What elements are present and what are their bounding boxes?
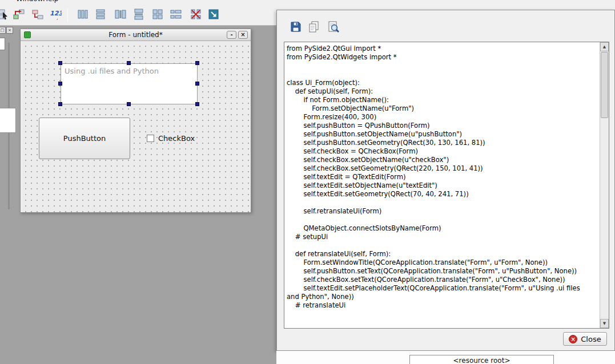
- code-line: self.retranslateUi(Form): [287, 207, 600, 216]
- scroll-down-arrow[interactable]: ▼: [600, 319, 609, 328]
- copy-button[interactable]: [306, 19, 322, 35]
- layout-splitter-vertical-icon: [132, 8, 145, 21]
- edit-tab-order-icon: 123,: [49, 8, 62, 21]
- code-line: Form.resize(400, 300): [287, 113, 600, 122]
- menu-help[interactable]: Help: [43, 0, 58, 3]
- form-canvas[interactable]: Using .ui files and Python PushButton Ch…: [21, 41, 251, 212]
- code-text: from PySide2.QtGui import *from PySide2.…: [284, 42, 600, 328]
- dialog-close-button[interactable]: × Close: [563, 332, 607, 346]
- dock-close-button[interactable]: ×: [6, 27, 13, 34]
- code-line: from PySide2.QtGui import *: [287, 45, 600, 53]
- checkbox-label: CheckBox: [158, 134, 195, 143]
- code-line: QMetaObject.connectSlotsByName(Form): [287, 224, 600, 233]
- svg-text:123: 123: [50, 10, 62, 17]
- scroll-up-arrow[interactable]: ▲: [600, 42, 609, 51]
- selection-handle[interactable]: [195, 61, 199, 65]
- copy-icon: [307, 20, 321, 35]
- code-line: def retranslateUi(self, Form):: [287, 250, 600, 258]
- edit-widgets-icon: [0, 8, 9, 21]
- code-line: [287, 62, 600, 70]
- layout-horizontal-icon: [77, 8, 89, 21]
- form-window: Form - untitled* - × Using .ui files and…: [20, 29, 251, 213]
- break-layout-icon: [190, 8, 202, 21]
- save-button[interactable]: [288, 19, 304, 35]
- code-area[interactable]: from PySide2.QtGui import *from PySide2.…: [284, 42, 609, 329]
- code-line: self.textEdit.setGeometry(QRect(70, 40, …: [287, 190, 600, 199]
- selection-handle[interactable]: [127, 102, 131, 106]
- resource-root-item[interactable]: <resource root>: [409, 355, 554, 364]
- form-window-title: Form - untitled*: [21, 31, 251, 39]
- break-layout-button[interactable]: [188, 6, 204, 22]
- code-line: Form.setWindowTitle(QCoreApplication.tra…: [287, 258, 600, 267]
- selection-handle[interactable]: [195, 102, 199, 106]
- layout-form-icon: [170, 8, 182, 21]
- code-line: self.textEdit.setPlaceholderText(QCoreAp…: [287, 284, 600, 293]
- code-line: self.pushButton.setText(QCoreApplication…: [287, 267, 600, 276]
- minimize-button[interactable]: -: [227, 31, 236, 39]
- edit-widgets-button[interactable]: [0, 6, 11, 22]
- layout-horizontal-button[interactable]: [75, 6, 91, 22]
- code-line: self.pushButton = QPushButton(Form): [287, 122, 600, 130]
- layout-grid-icon: [151, 8, 164, 21]
- layout-vertical-icon: [94, 8, 107, 21]
- bottom-panel: <resource root>: [276, 351, 615, 364]
- adjust-size-button[interactable]: [206, 6, 222, 22]
- code-line: Form.setObjectName(u"Form"): [287, 104, 600, 113]
- layout-vertical-button[interactable]: [93, 6, 108, 22]
- selection-handle[interactable]: [58, 61, 62, 65]
- pushbutton-widget[interactable]: PushButton: [39, 118, 130, 159]
- code-line: self.pushButton.setObjectName(u"pushButt…: [287, 130, 600, 139]
- close-circle-icon: ×: [569, 335, 577, 343]
- save-icon: [289, 20, 303, 35]
- textedit-widget[interactable]: Using .ui files and Python: [61, 63, 198, 104]
- menubar: Window Help: [0, 0, 615, 4]
- find-button[interactable]: [325, 19, 341, 35]
- layout-splitter-horizontal-button[interactable]: [112, 6, 128, 22]
- code-line: and Python", None)): [287, 293, 600, 301]
- code-line: self.checkBox.setGeometry(QRect(220, 150…: [287, 164, 600, 173]
- layout-splitter-horizontal-icon: [114, 8, 127, 21]
- code-line: # setupUi: [287, 233, 600, 241]
- code-line: self.checkBox.setText(QCoreApplication.t…: [287, 276, 600, 284]
- menu-window[interactable]: Window: [16, 0, 43, 3]
- code-line: if not Form.objectName():: [287, 96, 600, 104]
- selection-handle[interactable]: [127, 61, 131, 65]
- edit-tab-order-button[interactable]: 123,: [47, 6, 63, 22]
- edit-signals-slots-button[interactable]: [11, 6, 27, 22]
- code-line: class Ui_Form(object):: [287, 79, 600, 87]
- dock-restore-button[interactable]: □: [0, 27, 6, 34]
- code-line: from PySide2.QtWidgets import *: [287, 53, 600, 62]
- code-preview-dialog: from PySide2.QtGui import *from PySide2.…: [276, 10, 615, 351]
- edit-buddies-button[interactable]: [30, 6, 46, 22]
- scrollbar-thumb[interactable]: [601, 52, 608, 118]
- code-line: # retranslateUi: [287, 301, 600, 310]
- left-panel-fragment: [0, 38, 5, 50]
- code-line: [287, 241, 600, 250]
- toolbar-separator: [67, 8, 68, 22]
- code-line: self.textEdit.setObjectName(u"textEdit"): [287, 181, 600, 190]
- layout-splitter-vertical-button[interactable]: [131, 6, 147, 22]
- form-titlebar[interactable]: Form - untitled* - ×: [21, 29, 251, 41]
- textedit-placeholder: Using .ui files and Python: [65, 67, 197, 75]
- code-line: [287, 70, 600, 79]
- edit-buddies-icon: [31, 8, 44, 21]
- code-scrollbar[interactable]: ▲ ▼: [600, 42, 609, 328]
- checkbox-widget[interactable]: CheckBox: [147, 134, 195, 143]
- selection-handle[interactable]: [58, 102, 62, 106]
- selection-handle[interactable]: [58, 82, 62, 86]
- code-line: [287, 199, 600, 207]
- dock-close-icon: ×: [8, 28, 11, 33]
- window-close-button[interactable]: ×: [238, 31, 248, 39]
- close-button-label: Close: [581, 335, 601, 343]
- adjust-size-icon: [207, 8, 220, 21]
- left-list-fragment: [0, 108, 16, 133]
- code-line: def setupUi(self, Form):: [287, 87, 600, 96]
- dock-restore-icon: □: [1, 28, 5, 33]
- selection-handle[interactable]: [195, 82, 199, 86]
- checkbox-indicator[interactable]: [147, 135, 154, 142]
- find-icon: [327, 20, 340, 35]
- layout-form-button[interactable]: [168, 6, 184, 22]
- code-line: self.pushButton.setGeometry(QRect(30, 13…: [287, 139, 600, 147]
- layout-grid-button[interactable]: [150, 6, 166, 22]
- code-line: self.checkBox.setObjectName(u"checkBox"): [287, 156, 600, 164]
